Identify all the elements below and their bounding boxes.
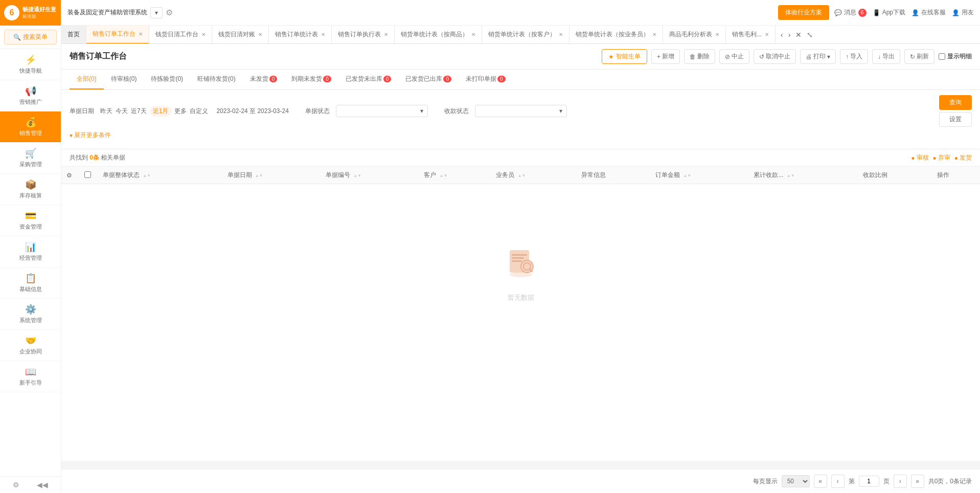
refresh-button[interactable]: ↻ 刷新	[904, 49, 935, 64]
sidebar-item-cooperation[interactable]: 🤝 企业协同	[0, 330, 61, 361]
tab-home[interactable]: 首页	[61, 26, 86, 44]
ship-batch-button[interactable]: ● 发货	[954, 153, 972, 162]
sidebar-item-marketing[interactable]: 📢 营销推广	[0, 80, 61, 111]
tab-sales-order-exec[interactable]: 销售订单执行表 ✕	[332, 26, 395, 44]
tab-close-cash-clear[interactable]: ✕	[201, 32, 206, 37]
message-button[interactable]: 💬 消息 6	[834, 8, 867, 17]
tab-close-sales-margin[interactable]: ✕	[765, 32, 769, 37]
tab-cash-reconcile[interactable]: 钱货日清对账 ✕	[212, 26, 269, 44]
page-input[interactable]	[859, 476, 879, 487]
settings-footer-button[interactable]: ⚙	[13, 481, 19, 489]
sidebar-item-purchase[interactable]: 🛒 采购管理	[0, 143, 61, 174]
prev-page-button[interactable]: ‹	[831, 475, 845, 488]
subtab-pending-inspect[interactable]: 待拣验货(0)	[144, 70, 190, 89]
first-page-button[interactable]: «	[814, 475, 827, 488]
tab-product-margin[interactable]: 商品毛利分析表 ✕	[663, 26, 726, 44]
delete-button[interactable]: 🗑 删除	[684, 49, 715, 64]
expand-conditions-button[interactable]: ▾ 展开更多条件	[70, 131, 111, 140]
review-batch-button[interactable]: ● 审核	[911, 153, 928, 162]
col-settings[interactable]: ⚙	[61, 167, 77, 184]
tab-close-sales-exec[interactable]: ✕	[384, 32, 388, 37]
date-opt-more[interactable]: 更多	[174, 107, 187, 116]
unreviewed-batch-button[interactable]: ● 弃审	[933, 153, 950, 162]
tab-sales-order-workbench[interactable]: 销售订单工作台 ✕	[86, 26, 149, 44]
tab-sales-order-stats[interactable]: 销售订单统计表 ✕	[269, 26, 332, 44]
status-select[interactable]: ▾	[336, 105, 428, 117]
solution-button[interactable]: 体验行业方案	[778, 5, 829, 20]
subtab-all[interactable]: 全部(0)	[70, 70, 104, 89]
next-page-button[interactable]: ›	[894, 475, 907, 488]
sidebar-item-guide[interactable]: 📖 新手引导	[0, 361, 61, 392]
date-opt-yesterday[interactable]: 昨天	[100, 107, 112, 116]
system-dropdown-button[interactable]: ▾	[150, 7, 163, 18]
sort-number-icon[interactable]: ▲▼	[353, 174, 361, 178]
sort-accumulated-icon[interactable]: ▲▼	[787, 174, 795, 178]
table-scroll[interactable]: ⚙ 单据整体状态 ▲▼ 单据日期 ▲▼	[61, 167, 980, 461]
query-button[interactable]: 查询	[939, 95, 972, 110]
sort-status-icon[interactable]: ▲▼	[143, 174, 151, 178]
stop-button[interactable]: ⊘ 中止	[719, 49, 749, 64]
export-button[interactable]: ↓ 导出	[872, 49, 900, 64]
tab-prev-button[interactable]: ‹	[779, 30, 785, 40]
tab-close-stats-customer[interactable]: ✕	[559, 32, 563, 37]
subtab-pending-review[interactable]: 待审核(0)	[104, 70, 144, 89]
filter-bar: 单据日期 昨天 今天 近7天 近1月 更多 自定义 2023-02-24 至 2…	[61, 90, 980, 149]
sort-amount-icon[interactable]: ▲▼	[683, 174, 691, 178]
date-opt-7days[interactable]: 近7天	[131, 107, 147, 116]
tab-sales-margin[interactable]: 销售毛利... ✕	[726, 26, 776, 44]
select-all-checkbox[interactable]	[84, 171, 91, 178]
tab-close-stats-product[interactable]: ✕	[471, 32, 475, 37]
show-detail-checkbox[interactable]	[939, 53, 945, 60]
sidebar-item-inventory[interactable]: 📦 库存核算	[0, 174, 61, 205]
tab-sales-stats-product[interactable]: 销货单统计表（按商品） ✕	[395, 26, 482, 44]
sort-salesperson-icon[interactable]: ▲▼	[518, 174, 526, 178]
tab-close-margin[interactable]: ✕	[715, 32, 719, 37]
user-menu[interactable]: 👤 用友	[952, 8, 974, 17]
sidebar-item-quick-nav[interactable]: ⚡ 快捷导航	[0, 49, 61, 80]
collapse-button[interactable]: ◀◀	[37, 481, 48, 489]
online-service-button[interactable]: 👤 在线客服	[911, 8, 946, 17]
date-opt-custom[interactable]: 自定义	[190, 107, 208, 116]
tab-close-all-button[interactable]: ✕	[793, 30, 804, 40]
sidebar-item-basic-info[interactable]: 📋 基础信息	[0, 267, 61, 299]
sort-customer-icon[interactable]: ▲▼	[440, 174, 448, 178]
add-button[interactable]: + 新增	[651, 49, 680, 64]
set-button[interactable]: 设置	[939, 112, 972, 127]
col-checkbox[interactable]	[77, 167, 98, 184]
topbar-settings-button[interactable]: ⚙	[166, 8, 173, 17]
subtab-shipped-not-out[interactable]: 已发货未出库0	[338, 70, 399, 89]
tab-next-button[interactable]: ›	[786, 30, 793, 40]
sort-date-icon[interactable]: ▲▼	[255, 174, 263, 178]
show-detail-label[interactable]: 显示明细	[939, 52, 972, 61]
tab-close-sales-order[interactable]: ✕	[139, 31, 143, 37]
add-icon: +	[657, 53, 660, 60]
subtab-overdue-not-shipped[interactable]: 到期未发货0	[284, 70, 338, 89]
cancel-stop-button[interactable]: ↺ 取消中止	[754, 49, 796, 64]
sidebar-item-operation[interactable]: 📊 经营管理	[0, 236, 61, 267]
date-opt-1month[interactable]: 近1月	[150, 106, 172, 117]
app-download-button[interactable]: 📱 App下载	[873, 8, 905, 17]
import-button[interactable]: ↑ 导入	[840, 49, 868, 64]
sidebar-item-finance[interactable]: 💳 资金管理	[0, 205, 61, 236]
payment-select[interactable]: ▾	[475, 105, 567, 117]
subtab-not-printed[interactable]: 未打印单据0	[459, 70, 513, 89]
date-opt-today[interactable]: 今天	[116, 107, 128, 116]
search-menu-button[interactable]: 🔍 搜索菜单	[4, 30, 57, 44]
tab-fullscreen-button[interactable]: ⤡	[805, 30, 815, 40]
tab-close-cash-reconcile[interactable]: ✕	[258, 32, 262, 37]
sidebar-item-sales[interactable]: 💰 销售管理	[0, 111, 61, 143]
per-page-select[interactable]: 10 20 50 100	[782, 475, 810, 487]
tab-cash-clear-workbench[interactable]: 钱货日清工作台 ✕	[149, 26, 212, 44]
subtab-not-shipped[interactable]: 未发货0	[243, 70, 285, 89]
smart-create-button[interactable]: ★ 智能生单	[602, 49, 647, 64]
subtab-shipped-out[interactable]: 已发货已出库0	[398, 70, 459, 89]
horizontal-scroll[interactable]	[61, 461, 980, 469]
tab-close-sales-stats[interactable]: ✕	[321, 32, 325, 37]
tab-sales-stats-customer[interactable]: 销货单统计表（按客户） ✕	[482, 26, 569, 44]
tab-sales-stats-salesperson[interactable]: 销货单统计表（按业务员） ✕	[569, 26, 663, 44]
subtab-wangpu-ship[interactable]: 旺铺待发货(0)	[190, 70, 243, 89]
tab-close-stats-salesperson[interactable]: ✕	[652, 32, 656, 37]
last-page-button[interactable]: »	[911, 475, 924, 488]
sidebar-item-system[interactable]: ⚙️ 系统管理	[0, 299, 61, 330]
print-button[interactable]: 🖨 打印 ▾	[800, 49, 836, 64]
